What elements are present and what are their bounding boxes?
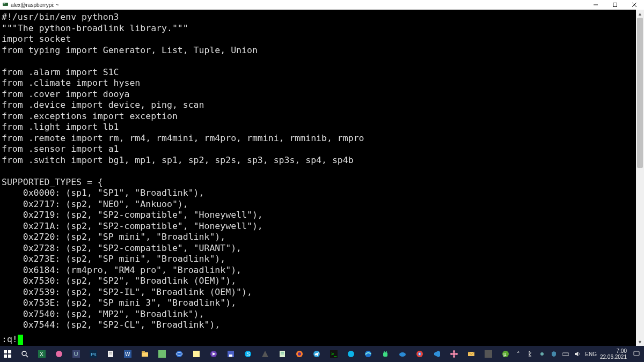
taskbar-onedrive-icon[interactable] — [395, 346, 410, 362]
tray-clock[interactable]: 7:00 22.06.2021 — [600, 348, 629, 360]
svg-point-14 — [56, 351, 62, 357]
svg-rect-68 — [634, 351, 639, 356]
app-window: alex@raspberrypi: ~ #!/usr/bin/env pytho… — [0, 0, 644, 362]
taskbar-firefox-icon[interactable] — [292, 346, 307, 362]
svg-point-51 — [399, 352, 406, 357]
taskbar-sticky-icon[interactable] — [189, 346, 204, 362]
taskbar-app-dark-icon[interactable] — [258, 346, 273, 362]
vim-command-text: :q! — [2, 334, 18, 345]
svg-point-50 — [386, 351, 387, 352]
svg-rect-3 — [613, 3, 617, 7]
taskbar-mail-icon[interactable] — [464, 346, 479, 362]
svg-text:Ps: Ps — [91, 352, 97, 357]
svg-point-46 — [348, 351, 354, 357]
taskbar-notes-icon[interactable] — [103, 346, 118, 362]
svg-rect-29 — [193, 351, 200, 357]
tray-shield-icon[interactable] — [550, 350, 558, 358]
svg-point-59 — [453, 356, 455, 358]
titlebar[interactable]: alex@raspberrypi: ~ — [0, 0, 644, 10]
svg-point-58 — [456, 353, 458, 355]
svg-point-65 — [540, 352, 544, 356]
svg-point-49 — [384, 351, 385, 352]
scroll-thumb[interactable] — [637, 18, 643, 168]
terminal-content: #!/usr/bin/env python3 """The python-bro… — [0, 10, 644, 331]
taskbar-telegram-icon[interactable] — [309, 346, 324, 362]
tray-language[interactable]: ENG — [585, 351, 597, 357]
svg-text:S: S — [246, 351, 250, 357]
taskbar-excel-icon[interactable]: X — [34, 346, 49, 362]
taskbar-explorer-icon[interactable] — [137, 346, 152, 362]
svg-marker-55 — [434, 351, 440, 357]
taskbar-app-list-icon[interactable] — [275, 346, 290, 362]
svg-rect-8 — [4, 354, 7, 358]
taskbar-start-icon[interactable] — [0, 346, 15, 362]
svg-point-57 — [453, 350, 455, 352]
svg-point-60 — [450, 353, 452, 355]
taskbar-media-icon[interactable] — [206, 346, 221, 362]
taskbar-android-icon[interactable] — [378, 346, 393, 362]
tray-volume-icon[interactable] — [573, 350, 582, 358]
svg-point-41 — [298, 352, 301, 356]
titlebar-left: alex@raspberrypi: ~ — [0, 2, 586, 8]
terminal[interactable]: #!/usr/bin/env python3 """The python-bro… — [0, 10, 644, 346]
scroll-up-button[interactable]: ▲ — [636, 10, 644, 18]
taskbar-apps: XUPsWS>_µ — [0, 346, 513, 362]
tray-chevron-up-icon[interactable]: ˄ — [514, 350, 523, 358]
taskbar-app-green-icon[interactable] — [155, 346, 170, 362]
scrollbar[interactable]: ▲ ▼ — [636, 10, 644, 346]
tray-bluetooth-icon[interactable] — [526, 350, 535, 358]
svg-point-10 — [22, 351, 26, 356]
minimize-button[interactable] — [586, 0, 605, 10]
svg-text:µ: µ — [503, 351, 507, 357]
maximize-button[interactable] — [605, 0, 625, 10]
window-title: alex@raspberrypi: ~ — [11, 2, 59, 8]
taskbar-app-flower-icon[interactable] — [447, 346, 462, 362]
svg-rect-26 — [158, 350, 166, 358]
taskbar-browser-icon[interactable] — [172, 346, 187, 362]
taskbar-app-u-icon[interactable]: U — [69, 346, 84, 362]
system-tray: ˄ ENG 7:00 22.06.2021 — [514, 348, 644, 360]
svg-marker-67 — [575, 352, 578, 356]
tray-usb-icon[interactable] — [538, 350, 546, 358]
svg-text:W: W — [125, 351, 130, 357]
taskbar: XUPsWS>_µ ˄ ENG 7:00 22.06.2021 — [0, 346, 644, 362]
svg-point-56 — [452, 352, 456, 356]
svg-rect-33 — [229, 354, 232, 357]
svg-text:X: X — [40, 351, 43, 357]
taskbar-app-last-icon[interactable] — [481, 346, 496, 362]
window-controls — [586, 0, 644, 10]
svg-rect-62 — [485, 350, 492, 358]
taskbar-chrome-icon[interactable] — [412, 346, 427, 362]
svg-rect-0 — [3, 3, 8, 6]
svg-rect-66 — [562, 353, 569, 356]
svg-point-54 — [419, 353, 421, 355]
svg-rect-9 — [8, 354, 11, 358]
cursor — [18, 335, 23, 345]
scroll-down-button[interactable]: ▼ — [636, 338, 644, 346]
svg-rect-48 — [383, 352, 387, 357]
taskbar-save-icon[interactable] — [223, 346, 238, 362]
tray-network-icon[interactable] — [561, 350, 570, 358]
close-button[interactable] — [625, 0, 644, 10]
taskbar-skype2-icon[interactable] — [343, 346, 358, 362]
tray-date: 22.06.2021 — [600, 354, 627, 360]
taskbar-vscode-icon[interactable] — [429, 346, 444, 362]
taskbar-terminal-icon[interactable]: >_ — [326, 346, 341, 362]
maximize-icon — [612, 2, 618, 8]
close-icon — [632, 2, 637, 8]
taskbar-utorrent-icon[interactable]: µ — [498, 346, 513, 362]
taskbar-search-icon[interactable] — [17, 346, 32, 362]
app-icon — [2, 2, 9, 8]
svg-text:>_: >_ — [331, 351, 337, 357]
svg-rect-24 — [142, 352, 148, 357]
svg-rect-1 — [4, 4, 5, 4]
taskbar-word-icon[interactable]: W — [120, 346, 135, 362]
taskbar-app-pink-icon[interactable] — [52, 346, 67, 362]
taskbar-photoshop-icon[interactable]: Ps — [86, 346, 101, 362]
tray-notifications-icon[interactable] — [632, 350, 641, 358]
svg-rect-25 — [142, 351, 145, 353]
taskbar-edge-icon[interactable] — [361, 346, 376, 362]
taskbar-skype-icon[interactable]: S — [240, 346, 255, 362]
svg-rect-6 — [4, 350, 7, 353]
vim-command-line[interactable]: :q! — [2, 334, 23, 345]
